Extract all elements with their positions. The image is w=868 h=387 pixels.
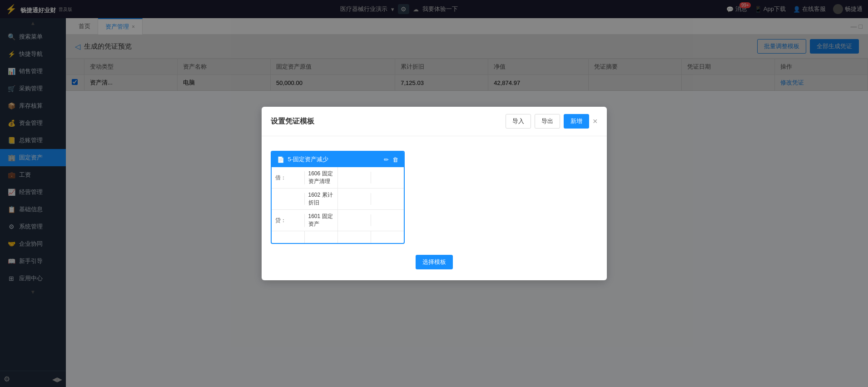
entry-debit-3 (338, 214, 371, 226)
template-card-actions: ✏ 🗑 (384, 156, 398, 163)
template-card-header: 📄 5-固定资产减少 ✏ 🗑 (272, 152, 404, 167)
template-entry-row-2: 1602 累计折旧 (272, 189, 404, 210)
entry-account-1: 1606 固定资产清理 (305, 167, 338, 188)
entry-debit-1 (338, 172, 371, 184)
entry-type-2 (272, 193, 305, 205)
select-template-btn[interactable]: 选择模板 (416, 255, 453, 269)
entry-account-2: 1602 累计折旧 (305, 189, 338, 209)
entry-debit-2 (338, 193, 371, 205)
template-doc-icon: 📄 (277, 156, 284, 163)
entry-debit-4 (338, 231, 371, 243)
template-card-header-left: 📄 5-固定资产减少 (277, 155, 329, 164)
template-name: 5-固定资产减少 (288, 155, 329, 164)
modal-header-actions: 导入 导出 新增 × (506, 114, 598, 129)
modal-title: 设置凭证模板 (271, 117, 314, 126)
entry-account-4 (305, 231, 338, 243)
template-entry-row-3: 贷： 1601 固定资产 (272, 210, 404, 231)
select-template-area: 选择模板 (271, 255, 598, 269)
entry-type-4 (272, 231, 305, 243)
template-edit-btn[interactable]: ✏ (384, 156, 389, 163)
modal-dialog: 设置凭证模板 导入 导出 新增 × 📄 5-固定资产减少 (262, 107, 607, 280)
template-delete-btn[interactable]: 🗑 (392, 156, 398, 163)
template-entry-row-1: 借： 1606 固定资产清理 (272, 167, 404, 189)
entry-type-1: 借： (272, 171, 305, 184)
modal-header: 设置凭证模板 导入 导出 新增 × (262, 107, 607, 136)
template-body: 借： 1606 固定资产清理 1602 累计折旧 贷： (272, 167, 404, 243)
modal-body: 📄 5-固定资产减少 ✏ 🗑 借： 1606 固定资产清理 (262, 136, 607, 280)
entry-credit-3 (371, 214, 404, 226)
entry-credit-2 (371, 193, 404, 205)
entry-credit-1 (371, 172, 404, 184)
template-list: 📄 5-固定资产减少 ✏ 🗑 借： 1606 固定资产清理 (271, 151, 598, 244)
template-entry-row-4 (272, 231, 404, 243)
modal-close-btn[interactable]: × (593, 117, 598, 126)
new-template-btn[interactable]: 新增 (564, 114, 589, 129)
export-btn[interactable]: 导出 (535, 114, 560, 129)
entry-credit-4 (371, 231, 404, 243)
entry-type-3: 贷： (272, 214, 305, 227)
import-btn[interactable]: 导入 (506, 114, 531, 129)
modal-overlay: 设置凭证模板 导入 导出 新增 × 📄 5-固定资产减少 (0, 0, 868, 387)
template-card: 📄 5-固定资产减少 ✏ 🗑 借： 1606 固定资产清理 (271, 151, 405, 244)
entry-account-3: 1601 固定资产 (305, 210, 338, 231)
